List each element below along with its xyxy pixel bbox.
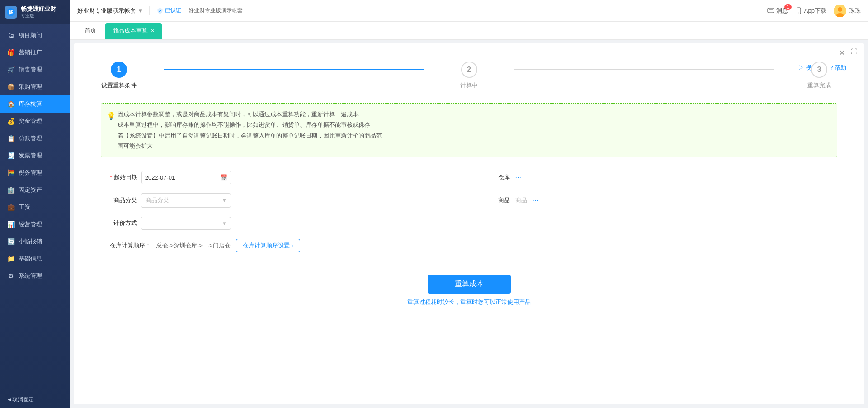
step-3: 3 重算完成 bbox=[774, 62, 864, 90]
sidebar-item-label: 系统管理 bbox=[19, 272, 42, 280]
sidebar-item-sales[interactable]: 🛒 销售管理 bbox=[0, 61, 70, 78]
step-3-label: 重算完成 bbox=[807, 81, 831, 90]
content-area: ✕ ⛶ 1 设置重算条件 2 计算中 3 bbox=[74, 43, 864, 404]
company-name: 好业财专业版演示帐套 bbox=[189, 7, 243, 14]
sidebar-item-accounting[interactable]: 📋 总账管理 bbox=[0, 130, 70, 147]
sidebar-item-operations[interactable]: 📊 经营管理 bbox=[0, 216, 70, 233]
sidebar-item-label: 销售管理 bbox=[19, 66, 42, 74]
salary-icon: 💼 bbox=[7, 204, 15, 211]
svg-point-4 bbox=[798, 12, 799, 13]
chevron-down-icon: ▾ bbox=[223, 197, 226, 204]
sidebar-item-assets[interactable]: 🏢 固定资产 bbox=[0, 181, 70, 199]
message-button[interactable]: 消息 1 bbox=[767, 7, 788, 15]
warehouse-order-row: 仓库计算顺序： 总仓->深圳仓库->...->门店仓 仓库计算顺序设置 › bbox=[110, 239, 828, 252]
calendar-icon[interactable]: 📅 bbox=[217, 174, 231, 181]
sidebar-item-label: 资金管理 bbox=[19, 117, 42, 125]
sidebar-item-label: 项目顾问 bbox=[19, 31, 42, 39]
unpin-label: ◄取消固定 bbox=[7, 396, 34, 403]
basic-icon: 📁 bbox=[7, 255, 15, 262]
sales-icon: 🛒 bbox=[7, 66, 15, 73]
step-1-num: 1 bbox=[117, 66, 121, 74]
form-col-product: 商品 商品 ··· bbox=[483, 196, 829, 204]
recalc-button[interactable]: 重算成本 bbox=[428, 275, 511, 294]
tab-home[interactable]: 首页 bbox=[77, 23, 104, 39]
tab-recalc[interactable]: 商品成本重算 ✕ bbox=[105, 23, 162, 39]
sidebar-item-system[interactable]: ⚙ 系统管理 bbox=[0, 267, 70, 285]
user-name: 珠珠 bbox=[849, 7, 861, 15]
notice-line1: 因成本计算参数调整，或是对商品成本有疑问时，可以通过成本重算功能，重新计算一遍成… bbox=[118, 109, 830, 119]
sidebar-item-invoice[interactable]: 🧾 发票管理 bbox=[0, 147, 70, 164]
form-row-1: 起始日期 📅 仓库 ··· bbox=[110, 171, 828, 184]
category-label: 商品分类 bbox=[110, 196, 137, 204]
account-selector[interactable]: 好业财专业版演示帐套 ▾ bbox=[77, 7, 142, 15]
start-date-input-wrapper[interactable]: 📅 bbox=[141, 171, 231, 184]
sidebar-footer[interactable]: ◄取消固定 bbox=[0, 391, 70, 408]
sidebar-item-label: 固定资产 bbox=[19, 186, 42, 194]
help-icon: ? bbox=[830, 64, 833, 71]
product-label: 商品 bbox=[483, 196, 510, 204]
sidebar-item-label: 库存核算 bbox=[19, 100, 42, 108]
form-col-pricing: 计价方式 ▾ bbox=[110, 217, 828, 230]
purchase-icon: 📦 bbox=[7, 83, 15, 90]
sidebar-nav: 🗂 项目顾问 🎁 营销推广 🛒 销售管理 📦 采购管理 🏠 库存核算 💰 资金管… bbox=[0, 24, 70, 391]
sidebar-item-finance[interactable]: 💰 资金管理 bbox=[0, 113, 70, 130]
message-badge: 1 bbox=[784, 4, 792, 10]
sidebar-item-marketing[interactable]: 🎁 营销推广 bbox=[0, 44, 70, 61]
category-select[interactable]: 商品分类 ▾ bbox=[141, 193, 231, 208]
notice-box: 💡 因成本计算参数调整，或是对商品成本有疑问时，可以通过成本重算功能，重新计算一… bbox=[101, 103, 837, 157]
sidebar-item-label: 小畅报销 bbox=[19, 237, 42, 246]
step-line-2 bbox=[514, 69, 774, 70]
step-1-circle: 1 bbox=[111, 62, 127, 78]
operations-icon: 📊 bbox=[7, 221, 15, 228]
sidebar-item-tax[interactable]: 🧮 税务管理 bbox=[0, 164, 70, 181]
main-area: 好业财专业版演示帐套 ▾ 已认证 好业财专业版演示帐套 消息 1 bbox=[70, 0, 868, 408]
tab-recalc-label: 商品成本重算 bbox=[113, 27, 148, 35]
play-icon: ▷ bbox=[798, 64, 804, 71]
app-download-label: App下载 bbox=[804, 7, 826, 15]
sidebar-item-expense[interactable]: 🔄 小畅报销 bbox=[0, 233, 70, 250]
close-icon[interactable]: ✕ bbox=[839, 48, 845, 58]
user-menu[interactable]: 珠珠 bbox=[834, 5, 861, 17]
step-2: 2 计算中 bbox=[424, 62, 514, 90]
notice-line2: 成本重算过程中，影响库存账的操作均不能操作，比如进货单、销货单、库存单据不能审核… bbox=[118, 119, 830, 130]
step-2-num: 2 bbox=[467, 66, 471, 74]
help-label: 帮助 bbox=[835, 64, 846, 71]
recalc-hint: 重算过程耗时较长，重算时您可以正常使用产品 bbox=[407, 298, 531, 306]
sidebar-item-purchase[interactable]: 📦 采购管理 bbox=[0, 78, 70, 95]
sidebar-item-project[interactable]: 🗂 项目顾问 bbox=[0, 27, 70, 44]
recalc-label: 重算成本 bbox=[455, 280, 484, 288]
pricing-select[interactable]: ▾ bbox=[141, 217, 231, 230]
marketing-icon: 🎁 bbox=[7, 49, 15, 56]
sidebar-item-label: 经营管理 bbox=[19, 220, 42, 228]
invoice-icon: 🧾 bbox=[7, 152, 15, 159]
phone-icon bbox=[795, 7, 802, 14]
app-download-button[interactable]: App下载 bbox=[795, 7, 826, 15]
warehouse-order-settings-label: 仓库计算顺序设置 › bbox=[243, 242, 293, 250]
sidebar-item-label: 工资 bbox=[19, 203, 30, 211]
sidebar-title: 畅捷通好业财 bbox=[21, 5, 56, 13]
warehouse-order-value: 总仓->深圳仓库->...->门店仓 bbox=[156, 242, 231, 250]
accounting-icon: 📋 bbox=[7, 135, 15, 142]
steps: 1 设置重算条件 2 计算中 3 重算完成 ▷ bbox=[74, 43, 864, 99]
window-controls: ✕ ⛶ bbox=[839, 48, 857, 58]
expand-icon[interactable]: ⛶ bbox=[851, 48, 857, 58]
tab-close-icon[interactable]: ✕ bbox=[151, 28, 155, 34]
form-row-2: 商品分类 商品分类 ▾ 商品 商品 ··· bbox=[110, 193, 828, 208]
product-select-btn[interactable]: ··· bbox=[531, 196, 540, 204]
step-1-label: 设置重算条件 bbox=[101, 81, 137, 90]
form-col-warehouse: 仓库 ··· bbox=[483, 173, 829, 181]
sidebar-brand: 畅捷通好业财 专业版 bbox=[21, 5, 56, 19]
sidebar-item-basic[interactable]: 📁 基础信息 bbox=[0, 250, 70, 267]
system-icon: ⚙ bbox=[7, 272, 15, 280]
warehouse-select-btn[interactable]: ··· bbox=[514, 173, 523, 181]
tabbar: 首页 商品成本重算 ✕ bbox=[70, 22, 868, 40]
warehouse-order-settings-button[interactable]: 仓库计算顺序设置 › bbox=[236, 239, 300, 252]
sidebar-item-salary[interactable]: 💼 工资 bbox=[0, 199, 70, 216]
sidebar-logo: 畅 bbox=[5, 6, 17, 19]
project-icon: 🗂 bbox=[7, 32, 15, 39]
help-link[interactable]: ? 帮助 bbox=[830, 64, 846, 72]
sidebar-item-label: 发票管理 bbox=[19, 152, 42, 160]
warehouse-label: 仓库 bbox=[483, 173, 510, 181]
start-date-input[interactable] bbox=[142, 171, 217, 184]
sidebar-item-inventory[interactable]: 🏠 库存核算 bbox=[0, 95, 70, 113]
